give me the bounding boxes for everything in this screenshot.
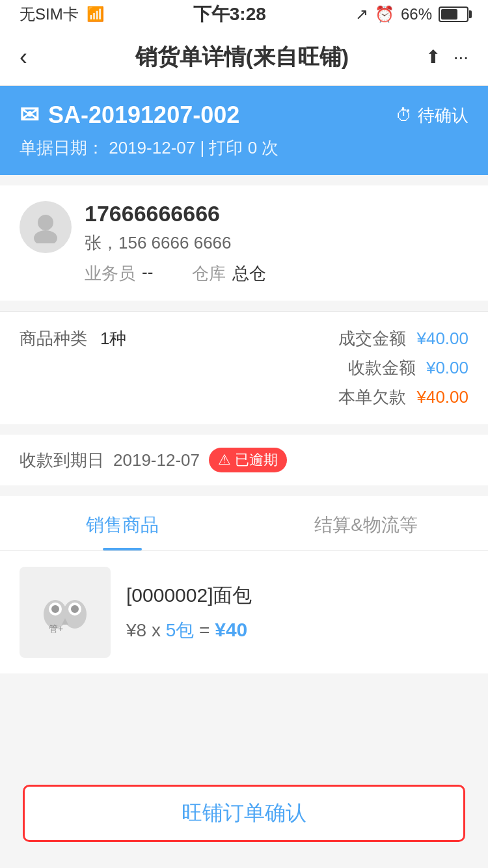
order-stats-card: 商品种类 1种 成交金额 ¥40.00 收款金额 ¥0.00 本单欠款 ¥40.… (0, 312, 488, 424)
warehouse-meta: 仓库 总仓 (192, 262, 266, 285)
tab-bar: 销售商品 结算&物流等 (0, 496, 488, 551)
more-button[interactable]: ··· (454, 47, 468, 68)
warehouse-value: 总仓 (232, 262, 266, 285)
order-id: ✉ SA-20191207-002 (20, 102, 239, 129)
due-date-section: 收款到期日 2019-12-07 ⚠ 已逾期 (0, 435, 488, 485)
debt-value: ¥40.00 (416, 387, 468, 407)
product-name: [0000002]面包 (126, 582, 468, 609)
product-type-value: 1种 (100, 327, 126, 350)
confirm-button-label: 旺铺订单确认 (182, 799, 306, 828)
status-text: 待确认 (418, 104, 468, 127)
time-display: 下午3:28 (193, 2, 266, 27)
customer-meta: 业务员 -- 仓库 总仓 (85, 262, 468, 285)
product-logo-icon: 管+ (36, 590, 94, 635)
confirm-button-wrapper: 旺铺订单确认 (23, 785, 465, 842)
collection-label: 收款金额 (348, 357, 416, 379)
carrier-label: 无SIM卡 (20, 4, 79, 25)
nav-actions: ⬆ ··· (426, 46, 468, 68)
due-date-label: 收款到期日 (20, 449, 104, 472)
salesman-meta: 业务员 -- (85, 262, 153, 285)
tab-settlement[interactable]: 结算&物流等 (244, 496, 488, 550)
avatar (20, 201, 72, 253)
customer-phone: 17666666666 (85, 201, 468, 226)
price-text: ¥8 x (126, 620, 166, 640)
location-icon: ↗ (355, 5, 368, 23)
due-date-value: 2019-12-07 (113, 450, 200, 470)
salesman-label: 业务员 (85, 262, 135, 285)
battery-percent: 66% (401, 5, 432, 23)
customer-name: 张，156 6666 6666 (85, 232, 468, 254)
back-button[interactable]: ‹ (20, 44, 59, 71)
confirm-button[interactable]: 旺铺订单确认 (23, 785, 465, 842)
salesman-value: -- (142, 262, 153, 285)
warehouse-label: 仓库 (192, 262, 226, 285)
overdue-text: 已逾期 (235, 450, 278, 470)
product-item: 管+ [0000002]面包 ¥8 x 5包 = ¥40 (0, 551, 488, 673)
overdue-icon: ⚠ (218, 452, 231, 468)
product-thumbnail: 管+ (20, 567, 111, 658)
customer-info: 17666666666 张，156 6666 6666 业务员 -- 仓库 总仓 (85, 201, 468, 285)
tab-settlement-label: 结算&物流等 (314, 515, 418, 535)
svg-point-7 (71, 605, 79, 613)
status-right: ↗ ⏰ 66% (355, 5, 468, 23)
tab-products-label: 销售商品 (86, 515, 159, 535)
product-price: ¥8 x 5包 = ¥40 (126, 618, 468, 643)
order-id-text: SA-20191207-002 (48, 102, 239, 129)
price-qty: 5包 (166, 620, 195, 640)
collection-row: 收款金额 ¥0.00 (348, 357, 468, 379)
status-left: 无SIM卡 📶 (20, 4, 104, 25)
stats-right: 成交金额 ¥40.00 收款金额 ¥0.00 本单欠款 ¥40.00 (338, 327, 468, 409)
product-type-label: 商品种类 (20, 327, 87, 350)
order-status: ⏱ 待确认 (396, 104, 468, 127)
deal-amount-value: ¥40.00 (416, 329, 468, 349)
date-value: 2019-12-07 (109, 138, 195, 157)
price-total: ¥40 (215, 619, 247, 640)
customer-section: 17666666666 张，156 6666 6666 业务员 -- 仓库 总仓 (20, 201, 468, 285)
tab-products[interactable]: 销售商品 (0, 496, 244, 550)
order-id-row: ✉ SA-20191207-002 ⏱ 待确认 (20, 102, 468, 129)
print-info: | 打印 0 次 (200, 138, 278, 157)
status-clock-icon: ⏱ (396, 105, 413, 126)
stats-left: 商品种类 1种 (20, 327, 338, 350)
share-button[interactable]: ⬆ (426, 46, 441, 68)
deal-amount-label: 成交金额 (338, 327, 406, 350)
page-title: 销货单详情(来自旺铺) (59, 42, 426, 72)
svg-point-6 (51, 605, 59, 613)
debt-row: 本单欠款 ¥40.00 (338, 386, 468, 409)
collection-value: ¥0.00 (426, 358, 468, 378)
order-date: 单据日期： 2019-12-07 | 打印 0 次 (20, 137, 468, 159)
wifi-icon: 📶 (87, 6, 104, 23)
status-bar: 无SIM卡 📶 下午3:28 ↗ ⏰ 66% (0, 0, 488, 29)
alarm-icon: ⏰ (375, 5, 394, 23)
order-header: ✉ SA-20191207-002 ⏱ 待确认 单据日期： 2019-12-07… (0, 86, 488, 175)
svg-text:管+: 管+ (49, 623, 63, 634)
avatar-icon (29, 211, 62, 243)
overdue-badge: ⚠ 已逾期 (209, 448, 287, 472)
svg-point-0 (38, 215, 53, 230)
date-label: 单据日期： (20, 138, 104, 157)
order-icon: ✉ (20, 102, 39, 129)
svg-point-1 (34, 230, 57, 243)
debt-label: 本单欠款 (338, 386, 406, 409)
battery-icon (439, 7, 468, 22)
product-info: [0000002]面包 ¥8 x 5包 = ¥40 (126, 582, 468, 643)
nav-bar: ‹ 销货单详情(来自旺铺) ⬆ ··· (0, 29, 488, 86)
deal-amount-row: 成交金额 ¥40.00 (338, 327, 468, 350)
stats-section: 商品种类 1种 成交金额 ¥40.00 收款金额 ¥0.00 本单欠款 ¥40.… (20, 327, 468, 409)
customer-card: 17666666666 张，156 6666 6666 业务员 -- 仓库 总仓 (0, 185, 488, 301)
battery-fill (441, 9, 457, 20)
price-equals: = (194, 620, 215, 640)
